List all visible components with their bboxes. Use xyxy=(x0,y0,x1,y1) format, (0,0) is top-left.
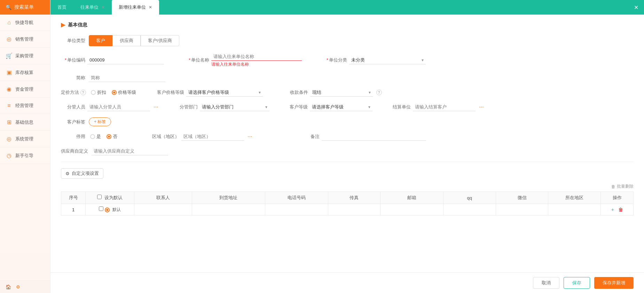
price-level-label: 客户价格等级 xyxy=(157,89,184,96)
payment-help-icon[interactable]: ? xyxy=(376,90,382,95)
col-address: 到货地址 xyxy=(192,192,265,204)
col-default: 设为默认 xyxy=(86,192,134,204)
supplier-custom-input[interactable] xyxy=(92,147,168,155)
type-btn-customer[interactable]: 客户 xyxy=(89,35,112,46)
main-area: 首页 往来单位 ✕ 新增往来单位 ✕ ✕ ▶ 基本信息 单位类型 客户 供应商 … xyxy=(50,0,644,293)
customer-level-select-wrapper: 请选择客户等级 xyxy=(310,103,372,111)
table-region-input[interactable] xyxy=(560,207,588,212)
email-input[interactable] xyxy=(394,207,429,212)
settle-unit-input[interactable] xyxy=(413,103,476,111)
col-email: 邮箱 xyxy=(380,192,443,204)
sidebar-item-inventory[interactable]: ▣ 库存核算 xyxy=(0,64,50,81)
supplier-custom-row: 供应商自定义 xyxy=(61,147,634,155)
default-radio-circle xyxy=(105,207,110,212)
disabled-label: 停用 xyxy=(61,133,85,140)
close-tab-units[interactable]: ✕ xyxy=(101,5,105,9)
code-input[interactable] xyxy=(87,56,164,64)
disabled-radio-yes[interactable]: 是 xyxy=(90,133,101,140)
price-level-field: 客户价格等级 请选择客户价格等级 xyxy=(157,88,263,97)
disabled-field: 停用 是 否 xyxy=(61,133,117,140)
code-name-category-row: *单位编码 *单位名称 请输入往来单位名称 *单位分类 xyxy=(61,52,634,67)
region-input[interactable] xyxy=(181,132,244,141)
save-button[interactable]: 保存 xyxy=(564,277,590,289)
radio-yes-circle xyxy=(90,134,95,139)
contact-input[interactable] xyxy=(147,207,179,212)
remark-field: 备注 xyxy=(295,132,426,141)
category-select[interactable]: 未分类 xyxy=(349,56,426,64)
select-all-checkbox[interactable] xyxy=(97,195,102,199)
short-name-input[interactable] xyxy=(89,74,165,82)
cell-fax[interactable] xyxy=(328,204,380,215)
cell-address[interactable] xyxy=(192,204,265,215)
name-input[interactable] xyxy=(211,52,302,61)
sidebar-item-system[interactable]: ◎ 系统管理 xyxy=(0,131,50,147)
cell-wechat[interactable] xyxy=(496,204,548,215)
custom-settings-btn[interactable]: ⚙ 自定义项设置 xyxy=(61,168,103,179)
col-no: 序号 xyxy=(61,192,86,204)
purchase-icon: 🛒 xyxy=(6,52,13,59)
sidebar-item-quick-nav[interactable]: ⌂ 快捷导航 xyxy=(0,15,50,31)
manager-field: 分管人员 ··· xyxy=(61,103,159,111)
cancel-button[interactable]: 取消 xyxy=(533,277,559,289)
price-level-select-wrapper: 请选择客户价格等级 xyxy=(186,88,263,97)
close-window-btn[interactable]: ✕ xyxy=(628,4,644,11)
fax-input[interactable] xyxy=(340,207,368,212)
cell-email[interactable] xyxy=(380,204,443,215)
batch-delete-label[interactable]: 批量删除 xyxy=(617,184,634,189)
pricing-label: 定价方法 ? xyxy=(61,89,86,96)
wechat-input[interactable] xyxy=(508,207,536,212)
customer-level-select[interactable]: 请选择客户等级 xyxy=(310,103,372,111)
save-add-button[interactable]: 保存并新增 xyxy=(594,277,634,289)
tab-home[interactable]: 首页 xyxy=(50,0,73,15)
payment-field: 收款条件 现结 ? xyxy=(284,88,382,97)
col-contact: 联系人 xyxy=(134,192,192,204)
pricing-radio-level[interactable]: 价格等级 xyxy=(112,89,136,96)
disabled-radio-no[interactable]: 否 xyxy=(107,133,117,140)
batch-delete-icon: 🗑 xyxy=(611,184,615,189)
add-tag-btn[interactable]: + 标签 xyxy=(89,117,111,126)
unit-type-label: 单位类型 xyxy=(61,38,85,44)
form-content: ▶ 基本信息 单位类型 客户 供应商 客户/供应商 *单位编码 xyxy=(50,15,644,272)
qq-input[interactable] xyxy=(456,207,484,212)
sidebar-bottom: 🏠 ⚙ xyxy=(0,280,50,293)
sidebar-item-purchase[interactable]: 🛒 采购管理 xyxy=(0,48,50,64)
region-dots-btn[interactable]: ··· xyxy=(246,133,253,140)
pricing-radio-discount[interactable]: 折扣 xyxy=(91,89,106,96)
row-checkbox[interactable] xyxy=(99,206,103,211)
type-btn-both[interactable]: 客户/供应商 xyxy=(141,35,179,46)
sidebar-item-operation[interactable]: ≡ 经营管理 xyxy=(0,98,50,114)
region-field: 区域（地区） ··· xyxy=(152,132,253,141)
manager-input[interactable] xyxy=(87,103,150,111)
search-menu-btn[interactable]: 🔍 搜索菜单 xyxy=(0,0,50,15)
tab-new-unit[interactable]: 新增往来单位 ✕ xyxy=(112,0,159,15)
sidebar-item-guide[interactable]: ◷ 新手引导 xyxy=(0,147,50,164)
manager-dots-btn[interactable]: ··· xyxy=(152,104,159,110)
type-btn-supplier[interactable]: 供应商 xyxy=(112,35,141,46)
cell-phone[interactable] xyxy=(265,204,328,215)
pricing-help-icon[interactable]: ? xyxy=(80,90,86,95)
phone-input[interactable] xyxy=(279,207,314,212)
delete-row-btn[interactable]: 🗑 xyxy=(617,206,625,213)
sidebar-item-basic[interactable]: ⊞ 基础信息 xyxy=(0,114,50,131)
dept-select[interactable]: 请输入分管部门 xyxy=(200,103,269,111)
gear-icon: ⚙ xyxy=(65,171,70,176)
form-footer: 取消 保存 保存并新增 xyxy=(50,272,644,293)
sidebar-item-finance[interactable]: ◉ 资金管理 xyxy=(0,81,50,98)
tab-units[interactable]: 往来单位 ✕ xyxy=(73,0,112,15)
price-level-select[interactable]: 请选择客户价格等级 xyxy=(186,88,263,97)
address-input[interactable] xyxy=(207,207,249,212)
settle-unit-dots-btn[interactable]: ··· xyxy=(478,104,485,110)
add-row-btn[interactable]: + xyxy=(610,206,615,213)
cell-region[interactable] xyxy=(548,204,601,215)
sidebar-item-sales[interactable]: ◎ 销售管理 xyxy=(0,31,50,48)
settings-bottom-icon[interactable]: ⚙ xyxy=(16,284,20,290)
close-tab-new-unit[interactable]: ✕ xyxy=(149,5,152,9)
remark-input[interactable] xyxy=(322,132,426,141)
payment-select[interactable]: 现结 xyxy=(310,88,373,97)
default-radio[interactable]: 默认 xyxy=(105,207,121,213)
cell-default: 默认 xyxy=(86,204,134,215)
cell-qq[interactable] xyxy=(443,204,496,215)
payment-label: 收款条件 xyxy=(284,89,308,96)
cell-contact[interactable] xyxy=(134,204,192,215)
home-bottom-icon[interactable]: 🏠 xyxy=(6,284,11,290)
